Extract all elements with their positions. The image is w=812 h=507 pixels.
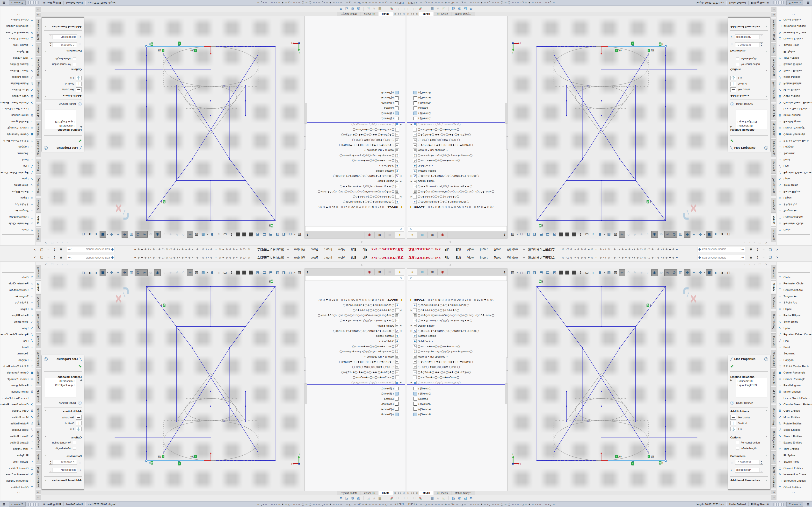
tool-stretch-entities[interactable]: ⇲Stretch Entities bbox=[778, 68, 802, 74]
tag-icon[interactable]: ⬒ bbox=[2, 502, 5, 506]
tool-silhouette-entities[interactable]: ◫Silhouette Entities bbox=[778, 478, 806, 484]
doc-minimize-button[interactable]: ▫ bbox=[754, 241, 755, 244]
tool-circle[interactable]: ⊙Circle bbox=[778, 227, 791, 233]
tree-filter-input[interactable] bbox=[408, 226, 507, 231]
tab-3d-views[interactable]: 3D Views bbox=[434, 491, 451, 495]
propertymanager-tab[interactable]: ⊞ bbox=[417, 269, 427, 275]
lowbar-icon-1[interactable]: ❐ bbox=[394, 496, 400, 500]
tool-offset-entities[interactable]: ⊏Offset Entities bbox=[11, 484, 34, 490]
tool-polygon[interactable]: ⬡Polygon bbox=[778, 357, 794, 363]
toolbar-grip[interactable] bbox=[450, 264, 451, 266]
more-tools-chevron[interactable]: ⌄⌄ bbox=[17, 490, 21, 493]
rollback-bar[interactable] bbox=[305, 122, 405, 123]
tree-item[interactable]: Σ◯25ИN◎·✤A∩¤ƷƐ◯◎◯ƐƷ¤∩A✤·◎NИ25◯ bbox=[411, 349, 473, 354]
tool-sketch-fillet[interactable]: ◜Sketch Fillet bbox=[778, 459, 799, 464]
tool-point[interactable]: ▪Point bbox=[22, 157, 34, 163]
lowbar-icon-4[interactable]: ▦ bbox=[377, 496, 383, 500]
custom-dropdown[interactable]: Custom ▴ bbox=[786, 502, 803, 507]
tool-centerpoint-arc[interactable]: ⌒Centerpoint Arc bbox=[9, 214, 34, 220]
rollback-bar[interactable] bbox=[407, 122, 507, 123]
tab-nav-3[interactable]: ▶| bbox=[394, 492, 396, 494]
cm-tab-mesh-modeling[interactable]: Mesh Modeling bbox=[36, 405, 41, 427]
lowbar-icon-8[interactable]: ◳ bbox=[355, 7, 361, 11]
cm-tab-markup[interactable]: Markup bbox=[771, 43, 776, 56]
tool-line[interactable]: ╱Line bbox=[23, 163, 34, 169]
tool-move-entities[interactable]: ↗Move Entities bbox=[12, 87, 34, 93]
tree-item[interactable]: ▥◯25✤ƷƐ25◯ИN◎·✤ↃCƷƐ∩ƷƐ25◯◎◯25ƐƷ∩ƐƷCↃ✤·◎N… bbox=[411, 313, 495, 318]
tool-tangent-arc[interactable]: ⌓Tangent Arc bbox=[778, 293, 798, 299]
tool-trim-entities[interactable]: ✂Trim Entities bbox=[778, 55, 799, 61]
tree-item[interactable]: ▶◔◯Λ✱◎✤25·Ʒ◯◎◯Ʒ·25✤◎✱Λ◯ bbox=[353, 307, 401, 313]
tree-item-sketch[interactable]: (-) Sketch2 bbox=[413, 391, 430, 396]
lowbar-icon-0[interactable]: ❐ bbox=[406, 496, 412, 500]
tree-item[interactable]: ∟◯ИN·ↃG·✱◎◯◎◯◎✱·GↃ·NИ◯ bbox=[353, 375, 402, 380]
cm-tab-sketch[interactable]: Sketch bbox=[36, 280, 41, 293]
tool-3-point-arc[interactable]: ⌢3 Point Arc bbox=[15, 300, 34, 305]
tree-item[interactable]: ▱◯·◎✤◯ ✱◉I◯◎◯I◉✱ ◯✤◎·◯ bbox=[352, 137, 401, 143]
add-vertical-button[interactable]: │ Vertical bbox=[65, 81, 82, 86]
tool-rotate-entities[interactable]: ↻Rotate Entities bbox=[10, 420, 34, 427]
add-horizontal-button[interactable]: — Horizontal bbox=[62, 88, 82, 92]
tool-corner-rectangle[interactable]: ▭Corner Rectangle bbox=[7, 125, 34, 131]
tool-3-point-center-recta-[interactable]: ◇3 Point Center Recta... bbox=[0, 138, 34, 144]
tree-item[interactable]: ▶A◯25ИN◎·✤A✤◎ИNA◯◎◯ANИ◎✤A✤·◎NИ25◯ bbox=[411, 328, 479, 333]
tabs-scroll-arrow[interactable]: ❯ bbox=[305, 269, 309, 275]
angle-field[interactable]: 0.00000000° bbox=[735, 468, 760, 472]
lowbar-icon-1[interactable]: ❐ bbox=[412, 7, 418, 11]
doc-icon-1[interactable]: ▫ bbox=[744, 241, 745, 244]
tool-line[interactable]: ╱Line bbox=[778, 338, 789, 344]
tree-item[interactable]: Σ◯25ИN◎·✤A∩¤ƷƐ◯◎◯ƐƷ¤∩A✤·◎NИ25◯ bbox=[411, 153, 473, 158]
tool-equation-driven-curve[interactable]: ƒEquation Driven Curve bbox=[0, 170, 34, 175]
menu-window[interactable]: Window bbox=[504, 245, 521, 254]
tree-item[interactable]: ❖Surface Bodies bbox=[376, 333, 401, 338]
cm-tab-mesh-modeling[interactable]: Mesh Modeling bbox=[771, 405, 776, 427]
tab-model[interactable]: Model bbox=[378, 12, 393, 16]
tree-item[interactable]: ▥◯25✤ƷƐ25◯ИN◎·✤ↃCƷƐ∩ƷƐ25◯◎◯25ƐƷ∩ƐƷCↃ✤·◎N… bbox=[411, 189, 495, 194]
featuremanager-tab[interactable]: ⬧ bbox=[407, 232, 417, 238]
search-icon[interactable]: ⌕ bbox=[70, 248, 71, 251]
help-icon[interactable]: ? bbox=[54, 256, 55, 259]
minimize-button[interactable]: – bbox=[48, 256, 49, 259]
tree-item[interactable]: ★◯25ƷƐ✤◎✱ШΛΦ◯◎◯ΦΛШ✱◎✤ƐƷ52◯ bbox=[343, 200, 401, 205]
expand-icon[interactable]: ▶ bbox=[399, 175, 401, 177]
tab-nav-1[interactable]: ◀ bbox=[400, 492, 401, 494]
toolbar-grip[interactable] bbox=[361, 264, 362, 266]
expand-icon[interactable]: ▶ bbox=[411, 325, 413, 327]
menu-view[interactable]: View bbox=[335, 245, 348, 254]
tree-item[interactable]: ☰Material < not specified > bbox=[364, 148, 401, 153]
tool-3-point-arc[interactable]: ⌢3 Point Arc bbox=[778, 300, 797, 305]
tool-spline[interactable]: ∿Spline bbox=[21, 325, 34, 331]
tool-line[interactable]: ╱Line bbox=[778, 163, 789, 169]
tool-offset-entities[interactable]: ⊏Offset Entities bbox=[778, 17, 801, 23]
lowbar-icon-9[interactable]: ◴ bbox=[350, 7, 355, 11]
tool-fit-spline[interactable]: ⌒Fit Spline bbox=[17, 452, 34, 458]
add-horizontal-button[interactable]: — Horizontal bbox=[730, 88, 750, 92]
cm-tab-data-migration[interactable]: Data Migration bbox=[771, 429, 776, 450]
menu-tools[interactable]: Tools bbox=[308, 245, 321, 254]
collapse-icon[interactable]: ⌃ bbox=[45, 376, 46, 378]
menu-insert[interactable]: Insert bbox=[477, 253, 491, 262]
tool-parallelogram[interactable]: ▱Parallelogram bbox=[11, 119, 34, 125]
tab-model[interactable]: Model bbox=[419, 12, 434, 16]
tool-mirror-entities[interactable]: ⧉Mirror Entities bbox=[11, 113, 34, 118]
displaymanager-tab[interactable]: ◉ bbox=[364, 232, 374, 238]
tool-stretch-entities[interactable]: ⇲Stretch Entities bbox=[10, 68, 34, 74]
menu-view[interactable]: View bbox=[335, 253, 348, 262]
tree-item[interactable]: ▶▤Design Binder bbox=[377, 179, 401, 184]
tree-root[interactable]: ⬧TЯPDL2.◎ ƐƷ ◎ Ш ◎ ◎ ◎ ✤ ◎ ↃC ◎ ƐƷ ◎ · ◎… bbox=[318, 297, 403, 302]
tool-rotate-entities[interactable]: ↻Rotate Entities bbox=[778, 80, 802, 87]
doc-restore-button[interactable]: ❐ bbox=[51, 241, 53, 244]
tool-fit-spline[interactable]: ⌒Fit Spline bbox=[17, 49, 34, 55]
tool-center-rectangle[interactable]: ▣Center Rectangle bbox=[778, 370, 805, 376]
tool-point[interactable]: ▪Point bbox=[778, 344, 790, 350]
doc-close-button[interactable]: ✕ bbox=[45, 241, 47, 244]
tool-mirror-entities[interactable]: ⧉Mirror Entities bbox=[778, 389, 801, 394]
menu-file[interactable]: File bbox=[359, 253, 370, 262]
tree-item[interactable]: ▶▆◯25ƷƐИNΛ∩·◯◎◯·∩ΛNИƐƷ52◯ bbox=[351, 122, 401, 127]
tree-scrollbar[interactable] bbox=[305, 103, 307, 124]
lowbar-icon-3[interactable]: ☰ bbox=[383, 496, 389, 500]
tool-circular-sketch-pattern[interactable]: ⟳Circular Sketch Pattern bbox=[778, 401, 812, 407]
lowbar-icon-11[interactable]: ⚙ bbox=[338, 7, 344, 11]
close-button[interactable]: ✕ bbox=[33, 256, 36, 259]
tree-item[interactable]: ★◯25ƷƐ✤◎✱ШΛΦ◯◎◯ΦΛШ✱◎✤ƐƷ52◯ bbox=[343, 302, 401, 307]
